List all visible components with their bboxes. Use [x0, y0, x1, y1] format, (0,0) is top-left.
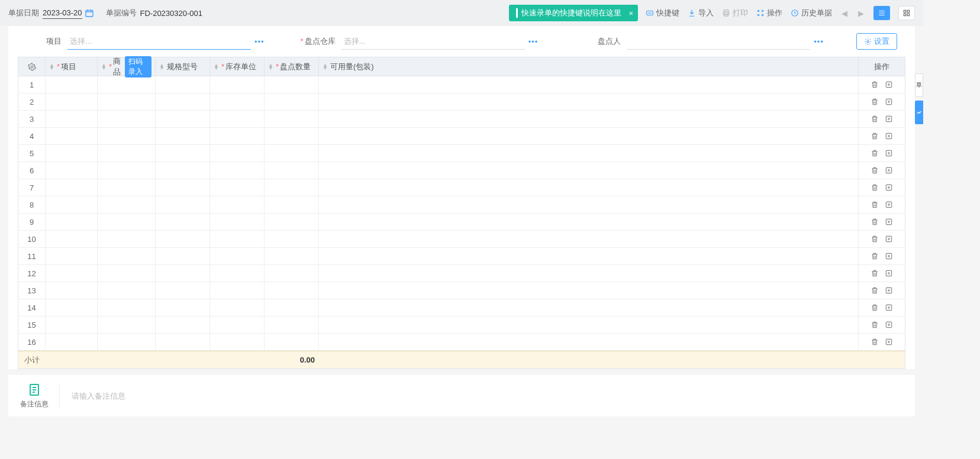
warehouse-input[interactable] [341, 33, 525, 50]
right-sidebar: 草 [915, 73, 923, 128]
table-row[interactable]: 6 [18, 162, 905, 179]
remark-icon: 备注信息 [20, 383, 60, 409]
date-value[interactable]: 2023-03-20 [43, 7, 82, 19]
add-icon[interactable] [885, 286, 893, 295]
print-button[interactable]: 打印 [722, 8, 748, 18]
top-actions: 快捷键 导入 打印 操作 历史单据 ◀ ▶ [620, 6, 915, 20]
table-row[interactable]: 11 [18, 248, 905, 265]
table-row[interactable]: 16 [18, 334, 905, 351]
delete-icon[interactable] [871, 183, 879, 192]
grid-body: 12345678910111213141516 [18, 76, 905, 351]
table-row[interactable]: 10 [18, 231, 905, 248]
delete-icon[interactable] [871, 218, 879, 226]
subtotal-qty: 0.00 [265, 351, 319, 369]
table-row[interactable]: 13 [18, 282, 905, 299]
svg-point-10 [762, 14, 763, 15]
person-input[interactable] [627, 33, 810, 50]
view-list-button[interactable] [873, 6, 890, 20]
project-label: 项目 [26, 36, 67, 47]
delete-icon[interactable] [871, 115, 879, 123]
col-product[interactable]: ▲▼*商品扫码录入 [98, 57, 156, 76]
table-row[interactable]: 15 [18, 316, 905, 334]
svg-point-7 [757, 10, 759, 11]
delete-icon[interactable] [871, 338, 879, 346]
table-row[interactable]: 14 [18, 299, 905, 316]
add-icon[interactable] [885, 132, 893, 140]
operate-button[interactable]: 操作 [756, 8, 782, 18]
shortcut-button[interactable]: 快捷键 [646, 8, 679, 18]
code-value: FD-20230320-001 [140, 9, 203, 18]
delete-icon[interactable] [871, 166, 879, 174]
svg-point-17 [31, 66, 33, 68]
delete-icon[interactable] [871, 252, 879, 260]
add-icon[interactable] [885, 201, 893, 209]
next-icon[interactable]: ▶ [857, 9, 865, 18]
gear-column[interactable] [18, 57, 46, 76]
form-panel: 项目 ••• *盘点仓库 ••• 盘点人 ••• 设置 [8, 26, 915, 57]
import-button[interactable]: 导入 [688, 8, 714, 18]
table-row[interactable]: 12 [18, 265, 905, 282]
shortcut-hint-toast: 快速录单的快捷键说明在这里 × [509, 5, 638, 21]
delete-icon[interactable] [871, 303, 879, 312]
svg-point-8 [762, 10, 763, 11]
add-icon[interactable] [885, 80, 893, 89]
delete-icon[interactable] [871, 132, 879, 140]
add-icon[interactable] [885, 252, 893, 260]
table-row[interactable]: 3 [18, 111, 905, 128]
more-icon[interactable]: ••• [528, 37, 539, 46]
add-icon[interactable] [885, 115, 893, 123]
delete-icon[interactable] [871, 286, 879, 295]
svg-rect-12 [904, 10, 906, 12]
add-icon[interactable] [885, 338, 893, 346]
delete-icon[interactable] [871, 269, 879, 277]
settings-button[interactable]: 设置 [856, 33, 897, 50]
delete-icon[interactable] [871, 235, 879, 243]
remark-panel: 备注信息 [8, 375, 915, 416]
delete-icon[interactable] [871, 98, 879, 106]
add-icon[interactable] [885, 183, 893, 192]
delete-icon[interactable] [871, 80, 879, 89]
add-icon[interactable] [885, 303, 893, 312]
warehouse-field: *盘点仓库 ••• [300, 33, 539, 50]
more-icon[interactable]: ••• [814, 37, 824, 46]
delete-icon[interactable] [871, 201, 879, 209]
side-tab-1[interactable]: 草 [915, 73, 923, 97]
svg-rect-15 [907, 14, 910, 16]
delete-icon[interactable] [871, 321, 879, 329]
delete-icon[interactable] [871, 149, 879, 157]
col-qty[interactable]: ▲▼*盘点数量 [265, 57, 319, 76]
more-icon[interactable]: ••• [254, 37, 265, 46]
warehouse-label: 盘点仓库 [305, 37, 336, 46]
add-icon[interactable] [885, 166, 893, 174]
col-available[interactable]: ▲▼可用量(包装) [319, 57, 859, 76]
svg-rect-14 [904, 14, 906, 16]
grid-subtotal: 小计 0.00 [18, 351, 905, 369]
col-spec[interactable]: ▲▼规格型号 [156, 57, 210, 76]
code-label: 单据编号 [106, 8, 137, 18]
project-input[interactable] [67, 33, 251, 50]
table-row[interactable]: 7 [18, 179, 905, 196]
col-unit[interactable]: ▲▼*库存单位 [210, 57, 265, 76]
history-button[interactable]: 历史单据 [791, 8, 832, 18]
add-icon[interactable] [885, 149, 893, 157]
subtotal-label: 小计 [18, 351, 46, 369]
col-project[interactable]: ▲▼*项目 [46, 57, 98, 76]
prev-icon[interactable]: ◀ [840, 9, 849, 18]
add-icon[interactable] [885, 98, 893, 106]
side-tab-2[interactable] [915, 101, 923, 124]
table-row[interactable]: 8 [18, 196, 905, 214]
close-icon[interactable]: × [628, 9, 633, 18]
remark-input[interactable] [70, 391, 903, 401]
table-row[interactable]: 2 [18, 93, 905, 111]
calendar-icon[interactable] [85, 8, 94, 18]
view-grid-button[interactable] [898, 6, 915, 20]
scan-badge[interactable]: 扫码录入 [125, 56, 151, 77]
table-row[interactable]: 5 [18, 145, 905, 162]
table-row[interactable]: 1 [18, 76, 905, 93]
table-row[interactable]: 4 [18, 128, 905, 145]
add-icon[interactable] [885, 235, 893, 243]
add-icon[interactable] [885, 321, 893, 329]
add-icon[interactable] [885, 269, 893, 277]
add-icon[interactable] [885, 218, 893, 226]
table-row[interactable]: 9 [18, 214, 905, 231]
